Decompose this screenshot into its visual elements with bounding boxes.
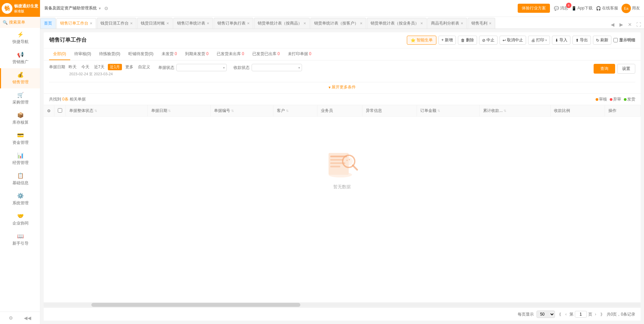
page-first-btn[interactable]: ⟪	[558, 311, 563, 317]
page-last-btn[interactable]: ⟫	[599, 311, 604, 317]
th-received[interactable]: 累计收款...	[480, 105, 551, 117]
review-btn[interactable]: 审核	[596, 96, 607, 102]
th-number[interactable]: 单据编号	[210, 105, 273, 117]
tab-sales-workbench[interactable]: 销售订单工作台 ✕	[56, 18, 96, 29]
messages-item[interactable]: 💬 6 消息	[554, 5, 568, 11]
filter-status-group: 单据状态	[158, 64, 227, 71]
tab-sales-exec[interactable]: 销售订单执行表 ✕	[214, 18, 253, 29]
solution-button[interactable]: 体验行业方案	[518, 4, 550, 13]
tab-close-sales-gross[interactable]: ✕	[489, 22, 491, 25]
refresh-button[interactable]: ↻ 刷新	[593, 36, 611, 45]
show-details-label[interactable]: 显示明细	[613, 37, 635, 43]
sub-tab-expired-not-shipped[interactable]: 到期未发货 0	[181, 48, 213, 60]
sub-tab-not-printed[interactable]: 未打印单据 0	[284, 48, 315, 60]
query-button[interactable]: 查询	[594, 64, 615, 74]
sidebar-item-inventory[interactable]: 📦 库存核算	[0, 109, 40, 129]
tab-close-sales-workbench[interactable]: ✕	[90, 22, 92, 25]
th-staff[interactable]: 业务员	[317, 105, 362, 117]
collapse-icon[interactable]: ◀◀	[24, 315, 31, 321]
expand-button[interactable]: ▾ 展开更多条件	[329, 84, 356, 90]
sub-tab-pending-review[interactable]: 待审核(0)	[70, 48, 95, 60]
select-all-checkbox[interactable]	[58, 108, 62, 113]
tab-maximize[interactable]: ⛶	[635, 21, 643, 29]
sidebar-item-tutorial[interactable]: 📖 新手引导	[0, 230, 40, 250]
page-size-select[interactable]: 50 10 20 100	[536, 311, 555, 318]
page-next-btn[interactable]: ›	[594, 311, 598, 317]
tab-close-sales-exec[interactable]: ✕	[247, 22, 250, 25]
sub-tab-wangpu[interactable]: 旺铺待发货(0)	[124, 48, 158, 60]
date-opt-more[interactable]: 更多	[124, 64, 135, 70]
date-opt-custom[interactable]: 自定义	[137, 64, 152, 70]
horizontal-scrollbar[interactable]	[44, 303, 641, 307]
tab-close-profit[interactable]: ✕	[461, 22, 463, 25]
date-opt-7days[interactable]: 近7天	[93, 64, 106, 70]
new-button[interactable]: + 新增	[438, 36, 456, 45]
tab-goods-customer[interactable]: 销货单统计表（按客户） ✕	[310, 18, 366, 29]
sidebar-item-enterprise[interactable]: 🤝 企业协同	[0, 209, 40, 230]
sidebar-item-base-info[interactable]: 📋 基础信息	[0, 169, 40, 189]
ship-btn[interactable]: 发货	[624, 96, 635, 102]
sub-tab-pending-inspect[interactable]: 待拣验货(0)	[95, 48, 124, 60]
sidebar-item-system[interactable]: ⚙️ 系统管理	[0, 189, 40, 209]
tab-cash-reconcile[interactable]: 钱货日清对账 ✕	[137, 18, 173, 29]
th-amount[interactable]: 订单金额	[417, 105, 480, 117]
tab-close-cash-daily[interactable]: ✕	[130, 22, 133, 25]
suspend-button[interactable]: ⊘ 中止	[479, 36, 498, 45]
th-settings[interactable]: ⚙	[44, 105, 54, 117]
user-item[interactable]: Ea 用友	[621, 4, 640, 13]
sidebar-item-purchase[interactable]: 🛒 采购管理	[0, 88, 40, 109]
app-download-item[interactable]: 📱 App下载	[571, 5, 593, 11]
export-button[interactable]: ⬆ 导出	[572, 36, 591, 45]
sidebar-search[interactable]: 🔍 搜索菜单	[0, 17, 40, 28]
set-button[interactable]: 设置	[617, 64, 635, 74]
show-details-checkbox[interactable]	[613, 38, 618, 42]
settings-icon[interactable]: ⚙	[104, 6, 109, 11]
base-info-icon: 📋	[17, 172, 24, 179]
tab-close-sales-stats[interactable]: ✕	[207, 22, 209, 25]
page-nav: ⟪ ‹ 第 页 › ⟫	[558, 311, 604, 318]
th-checkbox[interactable]	[54, 105, 66, 117]
date-opt-1month[interactable]: 近1月	[108, 64, 122, 70]
sub-tab-shipped-warehoused[interactable]: 已发货已出库 0	[248, 48, 284, 60]
delete-button[interactable]: 🗑 删除	[458, 36, 477, 45]
sub-tab-not-shipped[interactable]: 未发货 0	[158, 48, 181, 60]
smart-button[interactable]: ⭐ 智能生单	[407, 36, 436, 45]
page-input[interactable]	[575, 311, 587, 318]
sidebar-item-finance[interactable]: 💳 资金管理	[0, 129, 40, 149]
sidebar-item-quick-nav[interactable]: ⚡ 快捷导航	[0, 28, 40, 48]
tab-scroll-right[interactable]: ▶	[617, 21, 625, 29]
sub-tab-all[interactable]: 全部(0)	[49, 48, 70, 60]
tab-close-goods-staff[interactable]: ✕	[420, 22, 423, 25]
import-button[interactable]: ⬇ 导入	[552, 36, 570, 45]
tab-goods-product[interactable]: 销货单统计表（按商品） ✕	[254, 18, 310, 29]
page-prev-btn[interactable]: ‹	[564, 311, 568, 317]
sidebar-item-marketing[interactable]: 📢 营销推广	[0, 48, 40, 68]
dropdown-arrow-icon[interactable]: ▾	[99, 6, 101, 11]
settings-bottom-icon[interactable]: ⚙	[9, 315, 13, 321]
date-opt-today[interactable]: 今天	[80, 64, 91, 70]
status-select[interactable]	[176, 64, 227, 71]
print-button[interactable]: 🖨 打印 ▾	[528, 36, 550, 45]
tab-cash-daily[interactable]: 钱货日清工作台 ✕	[97, 18, 136, 29]
sidebar-item-operations[interactable]: 📊 经营管理	[0, 149, 40, 169]
payment-select[interactable]	[252, 64, 302, 71]
revoke-btn[interactable]: 弃审	[610, 96, 621, 102]
tab-goods-staff[interactable]: 销货单统计表（按业务员） ✕	[367, 18, 427, 29]
th-customer[interactable]: 客户	[273, 105, 317, 117]
tab-home[interactable]: 首页	[40, 18, 56, 29]
online-service-item[interactable]: 🎧 在线客服	[596, 5, 618, 11]
sidebar-item-sales[interactable]: 💰 销售管理	[0, 68, 40, 88]
th-date[interactable]: 单据日期	[147, 105, 210, 117]
tab-profit[interactable]: 商品毛利分析表 ✕	[427, 18, 467, 29]
tab-scroll-left[interactable]: ◀	[608, 21, 616, 29]
tab-close-cash-reconcile[interactable]: ✕	[166, 22, 169, 25]
tab-sales-stats[interactable]: 销售订单统计表 ✕	[173, 18, 213, 29]
tab-close-goods-customer[interactable]: ✕	[360, 22, 362, 25]
tab-close-all[interactable]: ✕	[626, 21, 634, 29]
th-status[interactable]: 单据整体状态	[66, 105, 148, 117]
tab-close-goods-product[interactable]: ✕	[303, 22, 306, 25]
sub-tab-shipped-not-warehoused[interactable]: 已发货未出库 0	[213, 48, 248, 60]
date-opt-yesterday[interactable]: 昨天	[67, 64, 78, 70]
cancel-suspend-button[interactable]: ↩ 取消中止	[500, 36, 526, 45]
tab-sales-gross[interactable]: 销售毛利 ✕	[468, 18, 495, 29]
